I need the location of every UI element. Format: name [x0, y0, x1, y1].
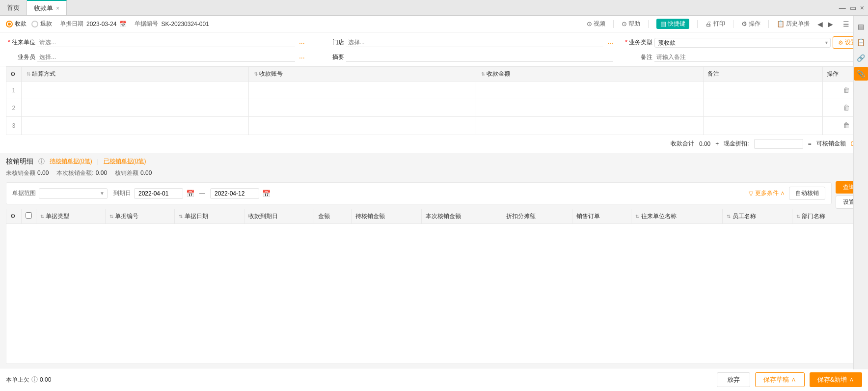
tab-close-btn[interactable]: × [56, 5, 59, 12]
partner-more-btn[interactable]: ··· [299, 39, 305, 47]
unreconciled-stat: 未核销金额 0.00 [6, 169, 49, 177]
summary-field: 摘要 [315, 53, 614, 62]
summary-input[interactable] [346, 53, 614, 62]
row-3-remark[interactable] [704, 117, 822, 135]
auto-reconcile-btn[interactable]: 自动核销 [789, 187, 825, 200]
row-2-account[interactable] [248, 99, 476, 117]
history-btn[interactable]: 📋 历史单据 [777, 20, 810, 28]
row-3-amount[interactable] [476, 117, 703, 135]
thistime-stat: 本次核销金额: 0.00 [56, 169, 107, 177]
summary-row: 收款合计 0.00 + 现金折扣: = 可核销金额 0.00 [0, 135, 868, 153]
th-remark: 备注 [704, 67, 822, 82]
done-tab[interactable]: 已核销单据(0笔) [104, 157, 146, 166]
row-2-remark[interactable] [704, 99, 822, 117]
rth-gear[interactable]: ⚙ [6, 209, 21, 224]
date-from-input[interactable] [134, 188, 183, 199]
remark-input[interactable] [654, 53, 862, 62]
date-from-icon[interactable]: 📅 [186, 190, 194, 197]
tab-home-label: 首页 [7, 3, 20, 12]
filter-right-controls: ▽ 更多条件 ∧ 自动核销 [749, 187, 825, 200]
row-3-settle[interactable] [21, 117, 248, 135]
rth-partner-name: ⇅ 往来单位名称 [631, 209, 723, 224]
select-all-checkbox[interactable] [26, 212, 32, 219]
th-amount-sort: ⇅ [481, 71, 485, 77]
tab-bar-right: — ▭ × [839, 4, 868, 12]
date-to-icon[interactable]: 📅 [262, 190, 271, 197]
discount-input[interactable] [754, 139, 803, 149]
shortcut-btn[interactable]: ▤ 快捷键 [656, 19, 689, 29]
rth-this-amount: 本次核销金额 [421, 209, 502, 224]
video-btn[interactable]: ⊙ 视频 [587, 20, 605, 28]
row-1-account[interactable] [248, 82, 476, 99]
radio-refund[interactable]: 退款 [31, 20, 52, 28]
window-min-btn[interactable]: — [839, 4, 846, 12]
th-settings[interactable]: ⚙ [6, 67, 21, 82]
more-conditions-btn[interactable]: ▽ 更多条件 ∧ [749, 189, 785, 197]
rth-dept-name: ⇅ 部门名称 [792, 209, 861, 224]
staff-input[interactable] [37, 53, 295, 62]
radio-refund-label: 退款 [40, 20, 52, 28]
tab-receipts[interactable]: 收款单 × [27, 0, 67, 15]
print-btn[interactable]: 🖨 打印 [705, 20, 725, 28]
reconcile-title: 核销明细 [6, 157, 33, 166]
filter-icon: ▽ [749, 190, 753, 197]
remark-label: 备注 [623, 53, 652, 61]
save-draft-btn[interactable]: 保存草稿 ∧ [755, 372, 805, 387]
doc-date-label: 单据日期 [60, 20, 83, 28]
bottom-info-icon[interactable]: ⓘ [31, 375, 38, 384]
reconcile-header-row: ⚙ ⇅ 单据类型 ⇅ 单据编号 ⇅ [6, 209, 862, 224]
diff-stat: 核销差额 0.00 [115, 169, 152, 177]
th-account-sort: ⇅ [254, 71, 258, 77]
doc-nav: ◀ ▶ [815, 19, 835, 29]
window-close-btn[interactable]: × [860, 4, 864, 12]
row-1-remark[interactable] [704, 82, 822, 99]
remark-field: 备注 [623, 53, 862, 62]
biz-type-field: 业务类型 预收款 ⚙ 设置 [623, 36, 862, 49]
abandon-btn[interactable]: 放弃 [717, 372, 750, 387]
biz-type-label: 业务类型 [623, 38, 652, 47]
rth-checkbox[interactable] [21, 209, 36, 224]
form-area: 往来单位 ··· 门店 ··· 业务类型 预收款 ⚙ [0, 32, 868, 66]
help-btn[interactable]: ⊙ 帮助 [622, 20, 640, 28]
operate-btn[interactable]: ⚙ 操作 [741, 20, 760, 28]
partner-input[interactable] [37, 38, 295, 47]
next-doc-btn[interactable]: ▶ [826, 19, 835, 29]
right-panel-icon-4[interactable]: 📎 [854, 67, 868, 81]
row-3-delete-icon[interactable]: 🗑 [843, 121, 850, 130]
staff-more-btn[interactable]: ··· [299, 54, 305, 61]
due-date-label: 到期日 [113, 189, 131, 197]
pending-tab[interactable]: 待核销单据(0笔) [50, 157, 92, 166]
list-view-btn[interactable]: ☰ [841, 19, 851, 29]
range-select[interactable] [39, 188, 108, 199]
radio-receipt[interactable]: 收款 [6, 20, 27, 28]
row-3-account[interactable] [248, 117, 476, 135]
reconcile-table-wrap: ⚙ ⇅ 单据类型 ⇅ 单据编号 ⇅ [6, 209, 862, 364]
reconcile-info-icon[interactable]: ⓘ [38, 157, 45, 166]
tab-home[interactable]: 首页 [0, 0, 27, 15]
receipt-table: ⚙ ⇅ 结算方式 ⇅ 收款账号 ⇅ 收款金额 备注 [6, 67, 862, 135]
radio-receipt-label: 收款 [15, 20, 27, 28]
right-panel-icon-1[interactable]: ▤ [854, 20, 868, 33]
row-2-settle[interactable] [21, 99, 248, 117]
row-2-delete-icon[interactable]: 🗑 [843, 104, 850, 112]
form-row-2: 业务员 ··· 摘要 备注 [6, 53, 862, 62]
doc-date-icon[interactable]: 📅 [119, 21, 127, 28]
row-1-amount[interactable] [476, 82, 703, 99]
biz-type-select[interactable]: 预收款 [654, 38, 831, 48]
row-2-amount[interactable] [476, 99, 703, 117]
save-new-btn[interactable]: 保存&新增 ∧ [810, 372, 862, 387]
row-1-settle[interactable] [21, 82, 248, 99]
window-restore-btn[interactable]: ▭ [850, 4, 856, 12]
summary-label: 摘要 [315, 53, 344, 61]
right-panel-icon-3[interactable]: 🔗 [854, 51, 868, 65]
toolbar: 收款 退款 单据日期 2023-03-24 📅 单据编号 SK-20230324… [0, 16, 868, 32]
tab-bar: 首页 收款单 × — ▭ × [0, 0, 868, 16]
store-more-btn[interactable]: ··· [607, 39, 613, 47]
th-settle-sort-icon: ⇅ [27, 71, 30, 77]
prev-doc-btn[interactable]: ◀ [815, 19, 825, 29]
rth-doc-no: ⇅ 单据编号 [105, 209, 174, 224]
date-to-input[interactable] [210, 188, 259, 199]
store-input[interactable] [346, 38, 604, 47]
right-panel-icon-2[interactable]: 📋 [854, 35, 868, 49]
row-1-delete-icon[interactable]: 🗑 [843, 86, 850, 94]
